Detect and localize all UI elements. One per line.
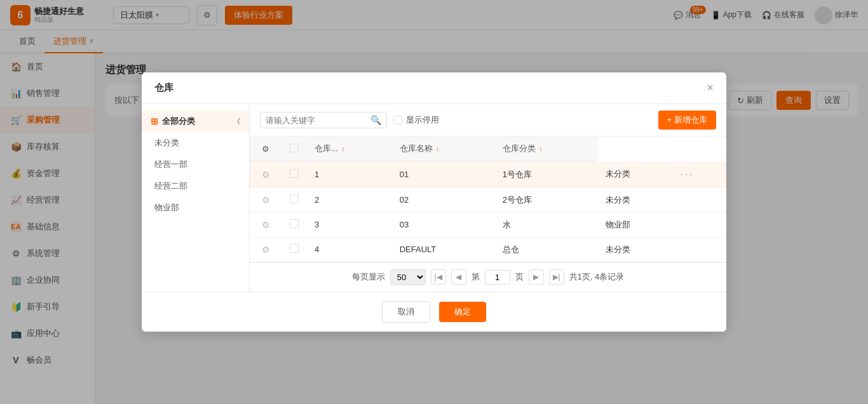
- cancel-button[interactable]: 取消: [382, 301, 430, 323]
- per-page-select[interactable]: 50 20 100: [390, 269, 426, 285]
- col-header-name[interactable]: 仓库名称 ↕: [392, 137, 495, 161]
- cat-item-1[interactable]: 经营一部: [142, 154, 249, 175]
- row-checkbox-3[interactable]: [290, 244, 299, 253]
- modal-actions: 取消 确定: [142, 292, 726, 332]
- show-disabled-toggle[interactable]: 显示停用: [393, 114, 439, 126]
- search-icon: 🔍: [370, 115, 381, 125]
- col-header-code[interactable]: 仓库... ↕: [307, 137, 392, 161]
- show-disabled-checkbox[interactable]: [393, 116, 402, 125]
- cat-item-2[interactable]: 经营二部: [142, 175, 249, 197]
- row-name-3: 总仓: [495, 237, 598, 262]
- row-check-cell-3[interactable]: [281, 237, 307, 262]
- row-name-2: 水: [495, 212, 598, 237]
- category-sidebar: ⊞ 全部分类 《 未分类 经营一部 经营二部 物业部: [142, 104, 250, 292]
- table-row[interactable]: ⚙ 2 02 2号仓库 未分类: [250, 187, 726, 212]
- row-code-0: 01: [392, 161, 495, 188]
- per-page-label: 每页显示: [352, 271, 385, 283]
- row-checkbox-1[interactable]: [290, 194, 299, 203]
- row-code-3: DEFAULT: [392, 237, 495, 262]
- row-more-button-0[interactable]: ···: [681, 168, 694, 181]
- row-cat-1: 未分类: [598, 187, 673, 212]
- collapse-icon[interactable]: 《: [233, 117, 240, 126]
- search-input-wrap[interactable]: 🔍: [260, 112, 387, 128]
- page-last-button[interactable]: ▶|: [549, 269, 564, 285]
- table-row[interactable]: ⚙ 4 DEFAULT 总仓 未分类: [250, 237, 726, 262]
- row-check-cell-2[interactable]: [281, 212, 307, 237]
- add-warehouse-button[interactable]: + 新增仓库: [658, 111, 716, 130]
- row-gear-icon: ⚙: [262, 170, 270, 180]
- page-first-button[interactable]: |◀: [431, 269, 446, 285]
- modal-main: 🔍 显示停用 + 新增仓库 ⚙: [250, 104, 726, 292]
- modal-body: ⊞ 全部分类 《 未分类 经营一部 经营二部 物业部 🔍: [142, 104, 726, 292]
- warehouse-table-wrap: ⚙ 仓库... ↕ 仓库名称 ↕: [250, 137, 726, 262]
- modal-title: 仓库: [154, 82, 173, 94]
- row-name-0: 1号仓库: [495, 161, 598, 188]
- table-row[interactable]: ⚙ 1 01 1号仓库 未分类 ···: [250, 161, 726, 188]
- warehouse-table: ⚙ 仓库... ↕ 仓库名称 ↕: [250, 137, 726, 262]
- all-categories[interactable]: ⊞ 全部分类 《: [142, 111, 249, 132]
- row-code-2: 03: [392, 212, 495, 237]
- cat-item-3[interactable]: 物业部: [142, 197, 249, 219]
- show-disabled-label: 显示停用: [406, 114, 439, 126]
- row-gear-cell-1: ⚙: [250, 187, 281, 212]
- page-word: 第: [471, 271, 480, 283]
- cat-item-0[interactable]: 未分类: [142, 132, 249, 154]
- row-check-cell-1[interactable]: [281, 187, 307, 212]
- grid-icon: ⊞: [151, 116, 158, 126]
- all-categories-label: 全部分类: [162, 116, 195, 127]
- col-header-category[interactable]: 仓库分类 ↕: [495, 137, 598, 161]
- row-gear-icon-3: ⚙: [262, 245, 270, 255]
- row-num-1: 2: [307, 187, 392, 212]
- row-code-1: 02: [392, 187, 495, 212]
- row-gear-cell-2: ⚙: [250, 212, 281, 237]
- row-checkbox-0[interactable]: [290, 169, 299, 178]
- select-all-checkbox[interactable]: [290, 144, 299, 152]
- table-row[interactable]: ⚙ 3 03 水 物业部: [250, 212, 726, 237]
- table-header-row: ⚙ 仓库... ↕ 仓库名称 ↕: [250, 137, 726, 161]
- sort-icon-code: ↕: [341, 145, 344, 152]
- row-checkbox-2[interactable]: [290, 219, 299, 228]
- warehouse-modal: 仓库 × ⊞ 全部分类 《 未分类 经营一部 经营二部 物业部: [142, 72, 726, 332]
- row-cat-3: 未分类: [598, 237, 673, 262]
- sort-icon-name: ↕: [436, 145, 439, 152]
- row-num-2: 3: [307, 212, 392, 237]
- modal-close-button[interactable]: ×: [707, 81, 714, 95]
- row-check-cell[interactable]: [281, 161, 307, 188]
- confirm-button[interactable]: 确定: [439, 302, 486, 322]
- pagination-bar: 每页显示 50 20 100 |◀ ◀ 第 页 ▶ ▶| 共1页, 4条记录: [250, 262, 726, 292]
- page-info: 共1页, 4条记录: [569, 271, 625, 283]
- row-num-3: 4: [307, 237, 392, 262]
- page-next-button[interactable]: ▶: [529, 269, 544, 285]
- page-label: 页: [515, 271, 524, 283]
- modal-header: 仓库 ×: [142, 72, 726, 104]
- row-name-1: 2号仓库: [495, 187, 598, 212]
- row-cat-0: 未分类: [598, 161, 673, 188]
- row-gear-cell-3: ⚙: [250, 237, 281, 262]
- row-gear-icon-1: ⚙: [262, 195, 270, 205]
- row-cat-2: 物业部: [598, 212, 673, 237]
- sort-icon-category: ↕: [539, 145, 542, 152]
- page-input[interactable]: [485, 270, 510, 285]
- page-prev-button[interactable]: ◀: [451, 269, 466, 285]
- col-header-check: [281, 137, 307, 161]
- modal-overlay[interactable]: 仓库 × ⊞ 全部分类 《 未分类 经营一部 经营二部 物业部: [0, 0, 868, 404]
- row-num-0: 1: [307, 161, 392, 188]
- row-gear-cell: ⚙: [250, 161, 281, 188]
- modal-toolbar: 🔍 显示停用 + 新增仓库: [250, 104, 726, 137]
- row-gear-icon-2: ⚙: [262, 220, 270, 230]
- search-input[interactable]: [266, 116, 367, 125]
- col-header-settings: ⚙: [250, 137, 281, 161]
